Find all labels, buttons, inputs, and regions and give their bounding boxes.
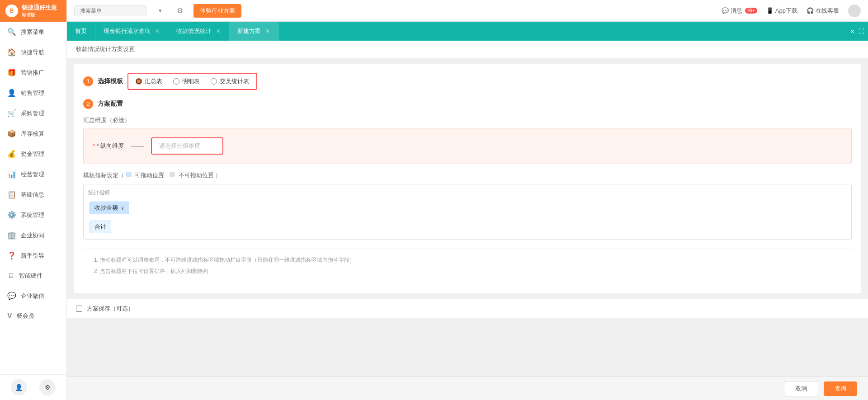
page-title: 收款情况统计方案设置: [67, 41, 868, 58]
radio-summary[interactable]: 汇总表: [136, 77, 162, 85]
tab-home-label: 首页: [75, 27, 87, 35]
tab-newplan[interactable]: 新建方案 ✕: [229, 22, 278, 41]
vertical-dim-text: * 纵向维度: [97, 142, 124, 149]
message-badge: 99+: [745, 8, 757, 14]
dropdown-arrow[interactable]: ▾: [154, 5, 166, 17]
tab-cashflow-label: 现金银行流水查询: [104, 27, 151, 35]
step2-title: 方案配置: [98, 100, 123, 108]
metrics-label: 模板指标设定（ 可拖动位置 不可拖动位置 ）: [83, 171, 852, 179]
step1-header: 1 选择模板 汇总表 明细表 交叉统计表: [83, 73, 852, 90]
sidebar-item-inventory[interactable]: 📦 库存核算: [0, 123, 66, 144]
sidebar-logo: B 畅捷通好生意 标准版: [0, 0, 66, 22]
tab-collection[interactable]: 收款情况统计 ✕: [168, 22, 229, 41]
radio-summary-input[interactable]: [136, 78, 142, 85]
topbar: ▾ ⚙ 体验行业方案 💬 消息 99+ 📱 App下载 🎧 在线客服: [67, 0, 868, 22]
sidebar-item-purchase[interactable]: 🛒 采购管理: [0, 103, 66, 123]
tab-home[interactable]: 首页: [67, 22, 95, 41]
tabs-right-controls: ✕ ⛶: [850, 22, 868, 41]
step1-section: 1 选择模板 汇总表 明细表 交叉统计表: [83, 73, 852, 90]
industry-plan-button[interactable]: 体验行业方案: [193, 4, 241, 18]
save-label: 方案保存（可选）: [87, 305, 134, 313]
sidebar-label-basic: 基础信息: [21, 191, 44, 199]
sidebar-item-finance[interactable]: 💰 资金管理: [0, 144, 66, 164]
close-newplan-tab[interactable]: ✕: [265, 28, 270, 34]
gift-icon: 🎁: [7, 68, 16, 77]
search-icon: 🔍: [7, 28, 16, 36]
sidebar-label-hardware: 智能硬件: [19, 272, 42, 280]
dimension-select[interactable]: 请选择分组维度: [151, 137, 223, 155]
save-checkbox[interactable]: [76, 306, 82, 312]
finance-icon: 💰: [7, 150, 16, 158]
topbar-right: 💬 消息 99+ 📱 App下载 🎧 在线客服: [722, 5, 861, 17]
metrics-tag-amount[interactable]: 收款金额 ∨: [90, 202, 129, 214]
sidebar-label-inventory: 库存核算: [21, 130, 44, 138]
sidebar-item-operation[interactable]: 📊 经营管理: [0, 164, 66, 184]
save-area: 方案保存（可选）: [67, 299, 868, 318]
logo-sub: 标准版: [22, 12, 57, 18]
sidebar-item-basic[interactable]: 📋 基础信息: [0, 184, 66, 205]
nav-tabs: 首页 现金银行流水查询 ✕ 收款情况统计 ✕ 新建方案 ✕ ✕ ⛶: [67, 22, 868, 41]
search-input[interactable]: [74, 5, 146, 16]
radio-detail[interactable]: 明细表: [173, 77, 200, 85]
sidebar-bottom-icon1[interactable]: 👤: [11, 379, 27, 395]
user-avatar[interactable]: [848, 5, 861, 17]
radio-cross[interactable]: 交叉统计表: [211, 77, 249, 85]
radio-cross-input[interactable]: [211, 78, 217, 85]
close-collection-tab[interactable]: ✕: [216, 28, 221, 34]
nondraggable-legend-text: 不可拖动位置: [179, 172, 214, 179]
metrics-area: 统计指标 收款金额 ∨ 合计: [83, 184, 852, 240]
sidebar-item-wechat[interactable]: 💬 企业微信: [0, 286, 66, 306]
gear-icon[interactable]: ⚙: [174, 5, 186, 17]
action-bar: 取消 查询: [67, 376, 868, 400]
vertical-dim-label: * * 纵向维度: [93, 142, 124, 150]
sidebar-item-search[interactable]: 🔍 搜索菜单: [0, 22, 66, 42]
sidebar-item-quicknav[interactable]: 🏠 快捷导航: [0, 42, 66, 62]
system-icon: ⚙️: [7, 211, 16, 219]
maximize-window-icon[interactable]: ⛶: [859, 28, 864, 35]
radio-detail-input[interactable]: [173, 78, 179, 85]
sidebar-item-system[interactable]: ⚙️ 系统管理: [0, 205, 66, 225]
sidebar-item-member[interactable]: V 畅会员: [0, 306, 66, 326]
close-window-icon[interactable]: ✕: [850, 28, 855, 35]
message-button[interactable]: 💬 消息 99+: [722, 7, 757, 15]
sidebar: B 畅捷通好生意 标准版 🔍 搜索菜单 🏠 快捷导航 🎁 营销推广 👤 销售管理…: [0, 0, 67, 400]
config-card: 1 选择模板 汇总表 明细表 交叉统计表: [74, 64, 861, 293]
sidebar-item-collab[interactable]: 🏢 企业协同: [0, 225, 66, 245]
download-button[interactable]: 📱 App下载: [766, 7, 797, 15]
template-options: 汇总表 明细表 交叉统计表: [127, 73, 257, 90]
collab-icon: 🏢: [7, 231, 16, 240]
sidebar-item-guide[interactable]: ❓ 新手引导: [0, 245, 66, 266]
vertical-dimension-row: * * 纵向维度 —— 请选择分组维度: [93, 137, 842, 155]
nondraggable-legend-dot: [170, 172, 175, 177]
sidebar-label-sales: 销售管理: [21, 89, 44, 97]
home-icon: 🏠: [7, 48, 16, 56]
message-icon: 💬: [722, 7, 729, 14]
dimension-section-title: 汇总维度（必选）: [83, 116, 852, 124]
tab-cashflow[interactable]: 现金银行流水查询 ✕: [95, 22, 168, 41]
member-icon: V: [7, 312, 12, 320]
cancel-button[interactable]: 取消: [784, 381, 818, 396]
sidebar-label-marketing: 营销推广: [21, 69, 44, 77]
tab-collection-label: 收款情况统计: [176, 27, 212, 35]
sidebar-item-hardware[interactable]: 🖥 智能硬件: [0, 266, 66, 286]
sidebar-item-sales[interactable]: 👤 销售管理: [0, 83, 66, 103]
download-icon: 📱: [766, 7, 774, 14]
wechat-icon: 💬: [7, 292, 16, 300]
sidebar-label-system: 系统管理: [21, 211, 44, 219]
service-button[interactable]: 🎧 在线客服: [807, 7, 839, 15]
sidebar-item-marketing[interactable]: 🎁 营销推广: [0, 62, 66, 83]
sidebar-label-guide: 新手引导: [21, 252, 44, 260]
step1-title: 选择模板: [98, 77, 123, 85]
metrics-section: 模板指标设定（ 可拖动位置 不可拖动位置 ） 统计指标 收款金额: [83, 171, 852, 240]
step1-number: 1: [83, 76, 93, 86]
tip-row-2: 2. 点击标题栏下拉可设置排序、插入列和删除列: [83, 268, 852, 275]
sidebar-bottom-icon2[interactable]: ⚙: [39, 379, 56, 395]
tab-newplan-label: 新建方案: [237, 27, 261, 35]
page-content: 收款情况统计方案设置 1 选择模板 汇总表 明细表: [67, 41, 868, 376]
service-label: 在线客服: [816, 7, 839, 15]
sidebar-bottom: 👤 ⚙: [0, 374, 66, 400]
query-button[interactable]: 查询: [824, 381, 857, 396]
hardware-icon: 🖥: [7, 272, 14, 280]
tip-text-2: 2. 点击标题栏下拉可设置排序、插入列和删除列: [94, 268, 208, 275]
close-cashflow-tab[interactable]: ✕: [155, 28, 160, 34]
